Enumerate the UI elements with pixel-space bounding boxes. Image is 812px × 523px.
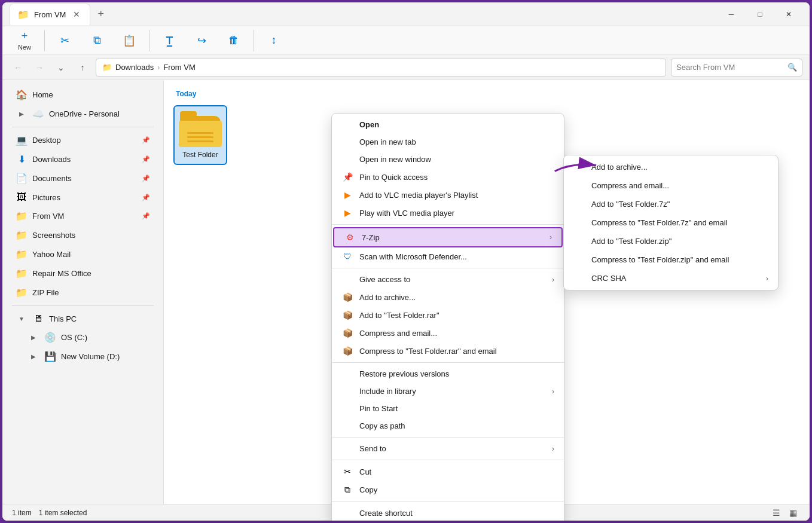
close-button[interactable]: ✕ [775, 5, 802, 24]
cm-include-library[interactable]: Include in library › [332, 383, 564, 400]
sidebar-item-pictures[interactable]: 🖼 Pictures 📌 [6, 188, 160, 206]
main-window: 📁 From VM ✕ + ─ □ ✕ + New ✂ ⧉ 📋 T̲ [2, 2, 810, 521]
new-label: New [18, 44, 31, 51]
sidebar-item-documents[interactable]: 📄 Documents 📌 [6, 169, 160, 188]
cm-create-shortcut[interactable]: Create shortcut [332, 504, 564, 521]
sidebar-item-thispc[interactable]: ▼ 🖥 This PC [6, 310, 160, 328]
cm-sep-3 [332, 362, 564, 363]
copy-icon: ⧉ [93, 34, 101, 47]
sm-add-7z-label: Add to "Test Folder.7z" [591, 200, 768, 209]
thispc-icon: 🖥 [32, 313, 44, 324]
cm-copy-path[interactable]: Copy as path [332, 417, 564, 435]
cm-pin-quick-access[interactable]: 📌 Pin to Quick access [332, 168, 564, 186]
sidebar-item-home[interactable]: 🏠 Home [6, 85, 160, 104]
sidebar-item-cdrive[interactable]: ▶ 💿 OS (C:) [6, 328, 160, 347]
delete-button[interactable]: 🗑 [219, 32, 249, 49]
status-selected: 1 item selected [39, 509, 87, 517]
file-item-testfolder[interactable]: Test Folder [173, 105, 227, 165]
sort-button[interactable]: ↕ [259, 32, 289, 49]
sidebar-divider-2 [12, 305, 154, 306]
search-box[interactable]: 🔍 [671, 59, 802, 77]
minimize-button[interactable]: ─ [718, 5, 745, 24]
sidebar-item-zipfile[interactable]: 📁 ZIP File [6, 283, 160, 302]
copy-button[interactable]: ⧉ [82, 32, 112, 49]
sidebar-yahoomail-label: Yahoo Mail [32, 250, 150, 259]
sidebar-ddrive-label: New Volume (D:) [61, 352, 150, 361]
sidebar-cdrive-label: OS (C:) [61, 333, 150, 342]
sm-compress-7z-email[interactable]: Compress to "Test Folder.7z" and email [564, 213, 778, 232]
pictures-pin-icon: 📌 [142, 194, 150, 201]
address-bar[interactable]: 📁 Downloads › From VM [96, 59, 666, 77]
sm-add-archive[interactable]: Add to archive... [564, 158, 778, 176]
cm-open[interactable]: Open [332, 116, 564, 133]
sidebar-item-desktop[interactable]: 💻 Desktop 📌 [6, 131, 160, 149]
tab-title: From VM [34, 10, 66, 19]
file-label-testfolder: Test Folder [179, 151, 221, 159]
sidebar-item-yahoomail[interactable]: 📁 Yahoo Mail [6, 245, 160, 264]
cm-send-to[interactable]: Send to › [332, 440, 564, 457]
up-button[interactable]: ↑ [74, 59, 91, 76]
cm-open-new-tab-label: Open in new tab [359, 137, 554, 146]
new-button[interactable]: + New [10, 27, 39, 53]
cm-restore-versions[interactable]: Restore previous versions [332, 365, 564, 383]
new-tab-button[interactable]: + [93, 5, 109, 23]
grid-view-button[interactable]: ▦ [786, 506, 800, 520]
search-icon: 🔍 [787, 63, 797, 72]
cut-button[interactable]: ✂ [50, 32, 80, 50]
sidebar-item-ddrive[interactable]: ▶ 💾 New Volume (D:) [6, 347, 160, 366]
cm-copy[interactable]: ⧉ Copy [332, 481, 564, 499]
cm-compress-rar-email[interactable]: 📦 Compress to "Test Folder.rar" and emai… [332, 342, 564, 360]
cm-vlc-playlist[interactable]: ▶ Add to VLC media player's Playlist [332, 186, 564, 204]
sm-compress-zip-email[interactable]: Compress to "Test Folder.zip" and email [564, 250, 778, 269]
cm-compress-rar-email-label: Compress to "Test Folder.rar" and email [359, 347, 554, 356]
back-button[interactable]: ← [10, 59, 26, 76]
cdrive-icon: 💿 [44, 332, 56, 343]
sidebar-item-onedrive[interactable]: ▶ ☁️ OneDrive - Personal [6, 105, 160, 123]
cm-defender[interactable]: 🛡 Scan with Microsoft Defender... [332, 247, 564, 265]
tab-close-button[interactable]: ✕ [71, 8, 83, 20]
dropdown-button[interactable]: ⌄ [53, 59, 69, 76]
folder-line-3 [187, 140, 213, 142]
cm-vlc-play-label: Play with VLC media player [359, 209, 554, 218]
forward-button[interactable]: → [31, 59, 48, 76]
paste-button[interactable]: 📋 [114, 32, 144, 50]
documents-icon: 📄 [16, 173, 28, 184]
cm-add-rar[interactable]: 📦 Add to "Test Folder.rar" [332, 306, 564, 324]
cm-open-new-tab[interactable]: Open in new tab [332, 133, 564, 151]
toolbar: + New ✂ ⧉ 📋 T̲ ↪ 🗑 ↕ [2, 26, 810, 55]
status-left: 1 item 1 item selected [12, 509, 87, 517]
rename-button[interactable]: T̲ [154, 32, 184, 50]
cm-give-access[interactable]: Give access to › [332, 271, 564, 288]
cm-open-new-window[interactable]: Open in new window [332, 151, 564, 168]
cm-defender-icon: 🛡 [341, 252, 353, 261]
cm-compress-email[interactable]: 📦 Compress and email... [332, 324, 564, 342]
search-input[interactable] [676, 63, 785, 72]
share-button[interactable]: ↪ [187, 32, 216, 50]
folder-front [179, 121, 222, 147]
maximize-button[interactable]: □ [746, 5, 774, 24]
sidebar-repairmsoffice-label: Repair MS Office [32, 269, 150, 278]
sidebar-item-screenshots[interactable]: 📁 Screenshots [6, 226, 160, 244]
toolbar-separator-2 [149, 30, 149, 51]
sidebar-item-fromvm[interactable]: 📁 From VM 📌 [6, 207, 160, 225]
context-menu: Open Open in new tab Open in new window … [331, 113, 564, 521]
cm-cut[interactable]: ✂ Cut [332, 463, 564, 481]
cm-add-rar-icon: 📦 [341, 310, 353, 320]
tab-folder-icon: 📁 [17, 9, 29, 20]
active-tab[interactable]: 📁 From VM ✕ [10, 4, 90, 25]
sm-add-zip[interactable]: Add to "Test Folder.zip" [564, 232, 778, 250]
sm-crc-sha[interactable]: CRC SHA › [564, 269, 778, 288]
sidebar-item-downloads[interactable]: ⬇ Downloads 📌 [6, 150, 160, 169]
cm-add-archive[interactable]: 📦 Add to archive... [332, 288, 564, 306]
cm-vlc-play[interactable]: ▶ Play with VLC media player [332, 204, 564, 222]
cm-compress-email-label: Compress and email... [359, 329, 554, 338]
sm-add-7z[interactable]: Add to "Test Folder.7z" [564, 195, 778, 213]
cm-sep-6 [332, 501, 564, 502]
cm-vlc-play-icon: ▶ [341, 208, 353, 218]
sm-compress-email[interactable]: Compress and email... [564, 176, 778, 195]
cm-pin-start[interactable]: Pin to Start [332, 400, 564, 417]
cm-7zip[interactable]: ⚙ 7-Zip › [333, 227, 563, 247]
list-view-button[interactable]: ☰ [769, 506, 783, 520]
cm-give-access-arrow: › [552, 276, 554, 284]
sidebar-item-repairmsoffice[interactable]: 📁 Repair MS Office [6, 264, 160, 283]
